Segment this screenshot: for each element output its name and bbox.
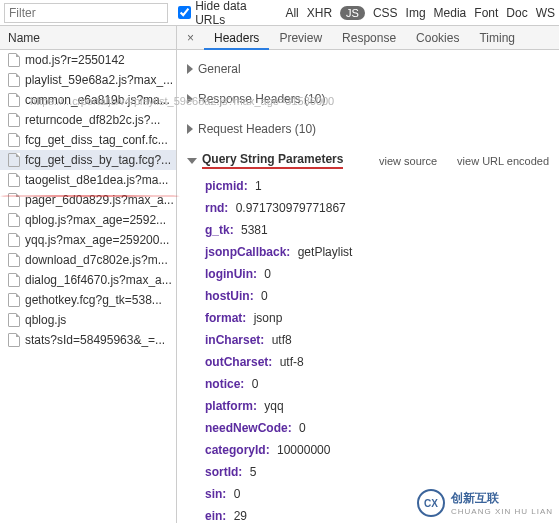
tab-preview[interactable]: Preview xyxy=(269,26,332,50)
param-key: notice: xyxy=(205,377,244,391)
tab-response[interactable]: Response xyxy=(332,26,406,50)
file-icon xyxy=(8,73,20,87)
param-key: outCharset: xyxy=(205,355,272,369)
general-section[interactable]: General xyxy=(187,56,549,86)
request-row[interactable]: gethotkey.fcg?g_tk=538... xyxy=(0,290,176,310)
request-row[interactable]: mod.js?r=2550142 xyxy=(0,50,176,70)
view-url-encoded-link[interactable]: view URL encoded xyxy=(457,155,549,167)
filter-type-xhr[interactable]: XHR xyxy=(307,6,332,20)
param-row: jsonpCallback: getPlaylist xyxy=(187,241,549,263)
chevron-right-icon xyxy=(187,64,193,74)
request-row[interactable]: yqq.js?max_age=259200... xyxy=(0,230,176,250)
param-value: 0 xyxy=(248,377,258,391)
file-icon xyxy=(8,93,20,107)
watermark-text: 创新互联 xyxy=(451,490,553,507)
param-key: g_tk: xyxy=(205,223,234,237)
param-key: sortId: xyxy=(205,465,242,479)
param-key: platform: xyxy=(205,399,257,413)
param-key: loginUin: xyxy=(205,267,257,281)
param-key: needNewCode: xyxy=(205,421,292,435)
request-headers-section[interactable]: Request Headers (10) xyxy=(187,116,549,146)
request-headers-label: Request Headers (10) xyxy=(198,122,316,136)
param-value: 1 xyxy=(252,179,262,193)
param-row: format: jsonp xyxy=(187,307,549,329)
request-row[interactable]: taogelist_d8e1dea.js?ma... xyxy=(0,170,176,190)
tab-cookies[interactable]: Cookies xyxy=(406,26,469,50)
param-row: rnd: 0.971730979771867 xyxy=(187,197,549,219)
hide-data-urls-label: Hide data URLs xyxy=(195,0,279,27)
request-name: taogelist_d8e1dea.js?ma... xyxy=(25,173,168,187)
file-icon xyxy=(8,233,20,247)
view-source-link[interactable]: view source xyxy=(379,155,437,167)
request-row[interactable]: pager_6d0a829.js?max_a... xyxy=(0,190,176,210)
file-icon xyxy=(8,153,20,167)
request-row[interactable]: dialog_16f4670.js?max_a... xyxy=(0,270,176,290)
file-icon xyxy=(8,113,20,127)
chevron-down-icon xyxy=(187,158,197,164)
param-key: categoryId: xyxy=(205,443,270,457)
response-headers-label: Response Headers (10) xyxy=(198,92,325,106)
request-row[interactable]: qblog.js xyxy=(0,310,176,330)
hide-data-urls-box[interactable] xyxy=(178,6,191,19)
param-value: utf-8 xyxy=(276,355,303,369)
request-name: qblog.js?max_age=2592... xyxy=(25,213,166,227)
param-row: categoryId: 10000000 xyxy=(187,439,549,461)
name-column-header: Name xyxy=(0,26,176,50)
request-name: dialog_16f4670.js?max_a... xyxy=(25,273,172,287)
watermark-logo: CX xyxy=(417,489,445,517)
param-row: sortId: 5 xyxy=(187,461,549,483)
filter-type-font[interactable]: Font xyxy=(474,6,498,20)
param-key: sin: xyxy=(205,487,226,501)
file-icon xyxy=(8,333,20,347)
filter-type-ws[interactable]: WS xyxy=(536,6,555,20)
hide-data-urls-checkbox[interactable]: Hide data URLs xyxy=(178,0,279,27)
request-row[interactable]: playlist_59e68a2.js?max_... xyxy=(0,70,176,90)
request-row[interactable]: common_e6a819b.js?ma... xyxy=(0,90,176,110)
filter-type-css[interactable]: CSS xyxy=(373,6,398,20)
param-row: inCharset: utf8 xyxy=(187,329,549,351)
filter-type-all[interactable]: All xyxy=(285,6,298,20)
file-icon xyxy=(8,53,20,67)
param-key: inCharset: xyxy=(205,333,264,347)
request-row[interactable]: fcg_get_diss_tag_conf.fc... xyxy=(0,130,176,150)
filter-type-js[interactable]: JS xyxy=(340,6,365,20)
tab-timing[interactable]: Timing xyxy=(469,26,525,50)
filter-input[interactable] xyxy=(4,3,168,23)
param-value: 0 xyxy=(258,289,268,303)
filter-type-img[interactable]: Img xyxy=(406,6,426,20)
param-key: jsonpCallback: xyxy=(205,245,290,259)
filter-type-doc[interactable]: Doc xyxy=(506,6,527,20)
request-row[interactable]: stats?sId=58495963&_=... xyxy=(0,330,176,350)
request-row[interactable]: qblog.js?max_age=2592... xyxy=(0,210,176,230)
request-name: gethotkey.fcg?g_tk=538... xyxy=(25,293,162,307)
filter-type-media[interactable]: Media xyxy=(434,6,467,20)
param-value: utf8 xyxy=(268,333,291,347)
details-panel: × HeadersPreviewResponseCookiesTiming Ge… xyxy=(177,26,559,523)
request-row[interactable]: fcg_get_diss_by_tag.fcg?... xyxy=(0,150,176,170)
param-row: needNewCode: 0 xyxy=(187,417,549,439)
chevron-right-icon xyxy=(187,94,193,104)
param-value: jsonp xyxy=(250,311,282,325)
query-string-section: Query String Parameters view source view… xyxy=(187,146,549,523)
request-row[interactable]: returncode_df82b2c.js?... xyxy=(0,110,176,130)
param-value: 29 xyxy=(230,509,247,523)
request-name: qblog.js xyxy=(25,313,66,327)
watermark-sub: CHUANG XIN HU LIAN xyxy=(451,507,553,516)
param-key: ein: xyxy=(205,509,226,523)
file-icon xyxy=(8,213,20,227)
type-filters: AllXHRJSCSSImgMediaFontDocWS xyxy=(285,6,555,20)
request-name: returncode_df82b2c.js?... xyxy=(25,113,160,127)
filter-toolbar: Hide data URLs AllXHRJSCSSImgMediaFontDo… xyxy=(0,0,559,26)
param-value: 10000000 xyxy=(274,443,331,457)
response-headers-section[interactable]: Response Headers (10) xyxy=(187,86,549,116)
param-row: g_tk: 5381 xyxy=(187,219,549,241)
param-value: getPlaylist xyxy=(294,245,352,259)
request-name: playlist_59e68a2.js?max_... xyxy=(25,73,173,87)
param-row: hostUin: 0 xyxy=(187,285,549,307)
close-icon[interactable]: × xyxy=(177,31,204,45)
tab-headers[interactable]: Headers xyxy=(204,26,269,50)
request-row[interactable]: download_d7c802e.js?m... xyxy=(0,250,176,270)
param-value: 0 xyxy=(230,487,240,501)
file-icon xyxy=(8,313,20,327)
param-value: 0.971730979771867 xyxy=(232,201,345,215)
